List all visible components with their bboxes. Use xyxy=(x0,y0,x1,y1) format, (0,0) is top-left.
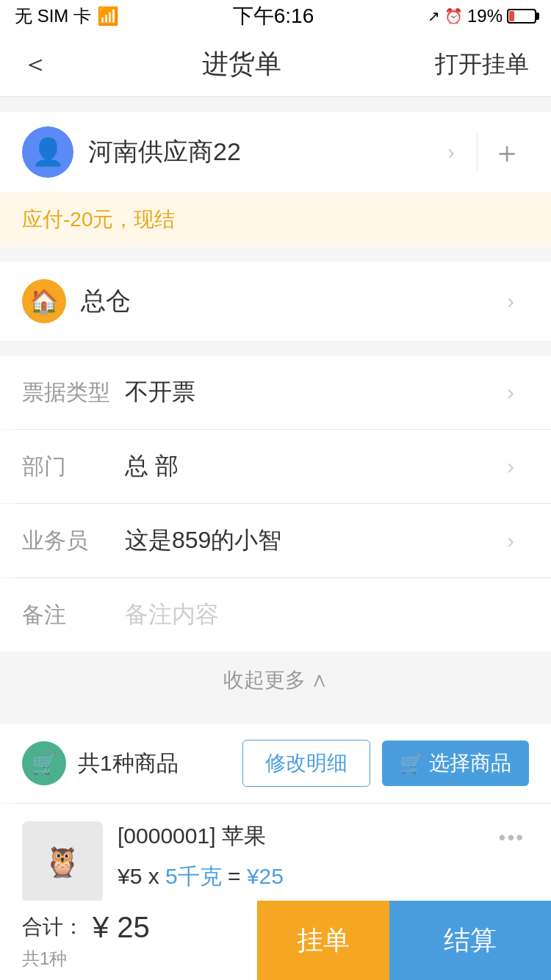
salesperson-label: 业务员 xyxy=(22,526,110,556)
back-button[interactable]: ＜ xyxy=(22,46,48,82)
notice-text: 应付-20元，现结 xyxy=(22,208,175,231)
salesperson-row[interactable]: 业务员 这是859的小智 › xyxy=(0,504,551,577)
salesperson-value: 这是859的小智 xyxy=(110,525,507,557)
products-header: 🛒 共1种商品 修改明细 🛒 选择商品 xyxy=(0,724,551,803)
products-icon-wrap: 🛒 xyxy=(22,741,66,785)
notice-bar: 应付-20元，现结 xyxy=(0,192,551,247)
department-value: 总 部 xyxy=(110,450,507,483)
total-label: 合计： xyxy=(22,913,84,941)
footer: 合计： ¥ 25 共1种 挂单 结算 xyxy=(0,901,551,980)
warehouse-icon-wrap: 🏠 xyxy=(22,279,66,323)
product-thumb-icon: 🦉 xyxy=(44,845,81,879)
total-amount: ¥ 25 xyxy=(93,911,150,944)
total-sub: 共1种 xyxy=(22,947,235,970)
department-arrow-icon: › xyxy=(507,454,514,479)
price-quantity: 5千克 xyxy=(165,864,222,888)
remarks-input[interactable]: 备注内容 xyxy=(110,599,529,631)
price-eq: = xyxy=(222,864,247,888)
alarm-icon: ⏰ xyxy=(444,7,463,25)
status-right: ↗ ⏰ 19% xyxy=(428,6,536,26)
department-row[interactable]: 部门 总 部 › xyxy=(0,430,551,503)
location-icon: ↗ xyxy=(428,7,440,25)
invoice-row[interactable]: 票据类型 不开票 › xyxy=(0,356,551,429)
gap-4 xyxy=(0,709,551,724)
supplier-row[interactable]: 👤 河南供应商22 › ＋ xyxy=(0,112,551,192)
remarks-row[interactable]: 备注 备注内容 xyxy=(0,578,551,652)
salesperson-arrow-icon: › xyxy=(507,528,514,553)
checkout-button[interactable]: 结算 xyxy=(389,901,551,980)
product-code: [0000001] xyxy=(118,824,222,848)
supplier-arrow-icon: › xyxy=(447,140,455,165)
status-left: 无 SIM 卡 📶 xyxy=(15,4,119,28)
supplier-avatar: 👤 xyxy=(22,126,73,178)
gap-3 xyxy=(0,341,551,356)
product-thumbnail: 🦉 xyxy=(22,821,103,902)
invoice-label: 票据类型 xyxy=(22,378,110,408)
avatar-icon: 👤 xyxy=(32,137,65,167)
select-icon: 🛒 xyxy=(400,752,423,775)
gap-1 xyxy=(0,97,551,112)
edit-detail-button[interactable]: 修改明细 xyxy=(242,740,370,787)
suspend-button[interactable]: 挂单 xyxy=(257,901,389,980)
product-info: [0000001] 苹果 ¥5 x 5千克 = ¥25 xyxy=(118,821,480,892)
battery-icon xyxy=(507,9,536,24)
select-label: 选择商品 xyxy=(429,749,511,777)
warehouse-icon: 🏠 xyxy=(29,287,59,315)
status-time: 下午6:16 xyxy=(233,2,314,30)
supplier-name: 河南供应商22 xyxy=(88,135,447,169)
collapse-row[interactable]: 收起更多 ∧ xyxy=(0,652,551,709)
invoice-arrow-icon: › xyxy=(507,380,514,405)
warehouse-row[interactable]: 🏠 总仓 › xyxy=(0,262,551,341)
battery-text: 19% xyxy=(467,6,503,26)
divider xyxy=(477,134,478,170)
products-count: 共1种商品 xyxy=(78,749,242,779)
invoice-value: 不开票 xyxy=(110,376,507,408)
nav-bar: ＜ 进货单 打开挂单 xyxy=(0,32,551,97)
total-row: 合计： ¥ 25 xyxy=(22,911,235,944)
warehouse-arrow-icon: › xyxy=(507,289,514,314)
carrier-text: 无 SIM 卡 xyxy=(15,4,91,28)
open-pending-button[interactable]: 打开挂单 xyxy=(435,48,529,81)
select-product-button[interactable]: 🛒 选择商品 xyxy=(382,741,529,786)
product-title: 苹果 xyxy=(222,824,266,848)
product-name: [0000001] 苹果 xyxy=(118,821,480,851)
status-bar: 无 SIM 卡 📶 下午6:16 ↗ ⏰ 19% xyxy=(0,0,551,32)
products-icon: 🛒 xyxy=(32,752,57,776)
product-price: ¥5 x 5千克 = ¥25 xyxy=(118,862,480,892)
footer-total: 合计： ¥ 25 共1种 xyxy=(0,911,257,970)
wifi-icon: 📶 xyxy=(97,6,119,26)
gap-2 xyxy=(0,247,551,262)
warehouse-name: 总仓 xyxy=(81,284,507,318)
price-base: ¥5 x xyxy=(118,864,165,888)
add-supplier-button[interactable]: ＋ xyxy=(485,132,529,173)
product-more-button[interactable]: ••• xyxy=(494,821,529,854)
remarks-label: 备注 xyxy=(22,600,110,630)
collapse-label: 收起更多 ∧ xyxy=(223,666,328,694)
page-title: 进货单 xyxy=(202,46,281,82)
department-label: 部门 xyxy=(22,452,110,482)
price-total: ¥25 xyxy=(247,864,284,888)
